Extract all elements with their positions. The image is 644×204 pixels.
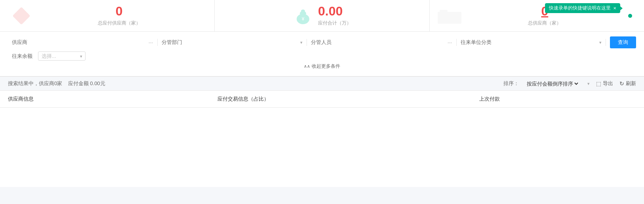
stat-total-suppliers: 快速录单的快捷键说明在这里 × 0 总供应商（家） bbox=[430, 0, 644, 31]
category-label: 往来单位分类 bbox=[461, 39, 492, 46]
result-text: 搜索结果中，供应商0家 bbox=[8, 80, 62, 86]
stat-total-payable-suppliers: 0 总应付供应商（家） bbox=[0, 0, 215, 31]
supplier-label: 供应商 bbox=[12, 39, 28, 46]
svg-rect-0 bbox=[12, 7, 30, 25]
collapse-label: 收起更多条件 bbox=[312, 63, 340, 70]
query-button[interactable]: 查询 bbox=[610, 36, 636, 48]
department-dropdown-icon[interactable]: ▾ bbox=[300, 40, 303, 45]
stats-bar: 0 总应付供应商（家） ¥ 0.00 应付合计（万） 快速录单的快捷键说明在这里… bbox=[0, 0, 644, 32]
person-dots-btn[interactable]: ··· bbox=[448, 39, 452, 46]
stat-payable-total: ¥ 0.00 应付合计（万） bbox=[215, 0, 429, 31]
filter-area: 供应商 ··· 分管部门 ▾ 分管人员 ··· 往来单位分类 ▾ 查询 往来余额 bbox=[0, 32, 644, 76]
balance-label: 往来余额 bbox=[12, 53, 32, 60]
col-lastpay-header: 上次付款 bbox=[479, 95, 636, 103]
svg-rect-6 bbox=[440, 10, 448, 24]
diamond-logo-icon bbox=[12, 6, 31, 25]
table-header: 供应商信息 应付交易信息（占比） 上次付款 bbox=[0, 91, 644, 108]
tooltip-dot bbox=[628, 14, 632, 18]
filter-department: 分管部门 ▾ bbox=[158, 39, 307, 46]
col-supplier-header: 供应商信息 bbox=[8, 95, 217, 103]
sort-label: 排序： bbox=[503, 80, 519, 87]
payable-suppliers-label: 总应付供应商（家） bbox=[98, 20, 141, 27]
supplier-dots-btn[interactable]: ··· bbox=[149, 39, 153, 46]
supplier-input[interactable] bbox=[31, 40, 147, 46]
filter-row-1: 供应商 ··· 分管部门 ▾ 分管人员 ··· 往来单位分类 ▾ 查询 bbox=[8, 36, 636, 48]
svg-point-3 bbox=[301, 10, 305, 13]
result-actions: 排序： 按应付会额倒序排序 ▾ ⬚ 导出 ↻ 刷新 bbox=[503, 80, 636, 87]
sort-select[interactable]: 按应付会额倒序排序 bbox=[525, 80, 579, 87]
result-amount: 应付金额 0.00元 bbox=[68, 80, 105, 86]
tooltip-bubble: 快速录单的快捷键说明在这里 × bbox=[545, 3, 620, 13]
table-body bbox=[0, 108, 644, 187]
filter-category: 往来单位分类 ▾ bbox=[457, 39, 606, 46]
person-label: 分管人员 bbox=[311, 39, 332, 46]
money-bag-icon: ¥ bbox=[293, 6, 313, 26]
collapse-button[interactable]: ∧∧ 收起更多条件 bbox=[304, 63, 340, 70]
svg-text:¥: ¥ bbox=[301, 16, 305, 22]
payable-suppliers-number: 0 bbox=[116, 5, 123, 17]
refresh-button[interactable]: ↻ 刷新 bbox=[619, 80, 636, 87]
refresh-label: 刷新 bbox=[626, 80, 636, 87]
result-bar: 搜索结果中，供应商0家 应付金额 0.00元 排序： 按应付会额倒序排序 ▾ ⬚… bbox=[0, 76, 644, 91]
filter-row-2: 往来余额 选择... bbox=[8, 51, 636, 61]
category-input[interactable] bbox=[495, 40, 598, 46]
tooltip-close-btn[interactable]: × bbox=[613, 6, 616, 11]
balance-select-wrapper: 选择... bbox=[38, 51, 86, 61]
filter-balance: 往来余额 选择... bbox=[8, 51, 90, 61]
tooltip-text: 快速录单的快捷键说明在这里 bbox=[549, 5, 611, 11]
payable-total-label: 应付合计（万） bbox=[318, 20, 351, 27]
refresh-icon: ↻ bbox=[619, 80, 624, 87]
balance-select[interactable]: 选择... bbox=[38, 51, 86, 61]
export-icon: ⬚ bbox=[596, 80, 601, 87]
export-label: 导出 bbox=[603, 80, 613, 87]
category-dropdown-icon[interactable]: ▾ bbox=[599, 40, 602, 45]
total-suppliers-label: 总供应商（家） bbox=[528, 20, 561, 27]
person-input[interactable] bbox=[335, 40, 446, 46]
filter-supplier: 供应商 ··· bbox=[8, 39, 158, 46]
sort-dropdown-icon[interactable]: ▾ bbox=[587, 81, 590, 86]
result-info: 搜索结果中，供应商0家 应付金额 0.00元 bbox=[8, 80, 503, 87]
payable-total-number: 0.00 bbox=[318, 5, 343, 17]
collapse-up-icon: ∧∧ bbox=[304, 64, 310, 69]
department-input[interactable] bbox=[185, 40, 299, 46]
suppliers-bg-icon bbox=[438, 8, 461, 24]
export-button[interactable]: ⬚ 导出 bbox=[596, 80, 613, 87]
department-label: 分管部门 bbox=[162, 39, 182, 46]
filter-person: 分管人员 ··· bbox=[307, 39, 457, 46]
collapse-bar: ∧∧ 收起更多条件 bbox=[8, 61, 636, 71]
col-payable-header: 应付交易信息（占比） bbox=[217, 95, 479, 103]
